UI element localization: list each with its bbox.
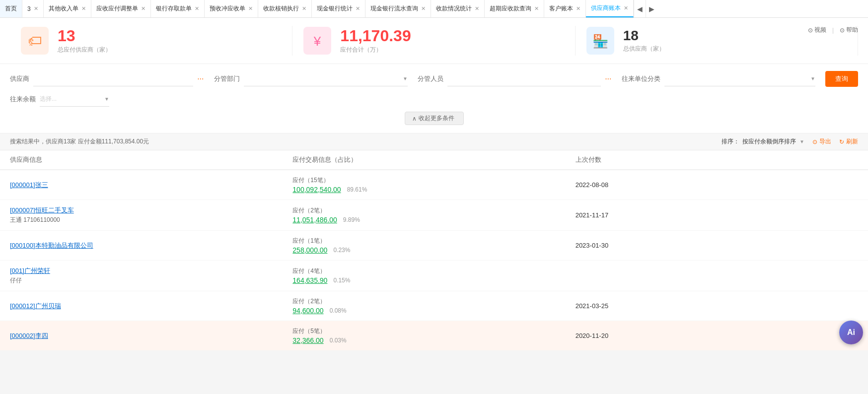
nav-tab-cash-bank-flow-label: 现金银行流水查询 — [370, 4, 418, 13]
chevron-up-icon: ∧ — [412, 115, 417, 122]
trans-amount-row: 94,600.000.08% — [292, 307, 575, 315]
nav-prev-arrow[interactable]: ◀ — [634, 0, 646, 18]
amount-icon: ¥ — [302, 26, 332, 56]
trans-amount[interactable]: 164,635.90 — [292, 276, 327, 284]
nav-tab-advance-check-label: 预收冲应收单 — [210, 4, 245, 13]
ai-badge[interactable]: Ai — [839, 321, 863, 344]
trans-amount[interactable]: 32,366.00 — [292, 336, 323, 344]
nav-tab-supplier-account-close[interactable]: ✕ — [624, 5, 628, 11]
results-right-actions: 排序： 按应付余额倒序排序 ▼ ⊙ 导出 ↻ 刷新 — [722, 137, 858, 146]
top-nav: 首页 3 ✕ 其他收入单 ✕ 应收应付调整单 ✕ 银行存取款单 ✕ 预收冲应收单… — [0, 0, 868, 18]
supplier-link[interactable]: [000100]本特勤油品有限公司 — [10, 242, 93, 249]
trans-amount[interactable]: 100,092,540.00 — [292, 186, 341, 194]
nav-tab-payable-adjust-close[interactable]: ✕ — [141, 5, 145, 12]
header-actions: ⊙ 视频 | ⊙ 帮助 — [808, 26, 858, 34]
stat-payable-label: 总应付供应商（家） — [58, 46, 111, 54]
nav-tab-supplier-account[interactable]: 供应商账本 ✕ — [586, 0, 634, 17]
supplier-info-cell: [000002]李四 — [10, 331, 292, 340]
supplier-link[interactable]: [000007]恒旺二手叉车 — [10, 206, 74, 214]
sort-value: 按应付余额倒序排序 — [742, 137, 796, 146]
last-pay-date: 2023-01-30 — [576, 242, 609, 249]
category-filter-label: 往来单位分类 — [622, 74, 660, 83]
trans-amount[interactable]: 11,051,486.00 — [292, 216, 337, 224]
nav-tab-other-income[interactable]: 其他收入单 ✕ — [44, 0, 91, 17]
last-pay-cell: 2022-08-08 — [576, 181, 858, 189]
help-link[interactable]: ⊙ 帮助 — [840, 26, 858, 34]
sort-select[interactable]: 排序： 按应付余额倒序排序 ▼ — [722, 137, 804, 146]
nav-tab-bank-deposit[interactable]: 银行存取款单 ✕ — [151, 0, 205, 17]
dept-select[interactable]: ▼ — [244, 71, 408, 86]
filter-person: 分管人员 ··· — [418, 71, 612, 86]
supplier-link[interactable]: [000001]张三 — [10, 181, 48, 189]
stats-header: 🏷 13 总应付供应商（家） ¥ 11,170.39 应付合计（万） 🏪 — [0, 18, 868, 64]
supplier-link[interactable]: [000012]广州贝瑞 — [10, 302, 61, 310]
nav-tab-cash-bank-flow[interactable]: 现金银行流水查询 ✕ — [365, 0, 431, 17]
table-row: [000001]张三应付（15笔）100,092,540.0089.61%202… — [0, 170, 868, 200]
nav-tab-bank-deposit-close[interactable]: ✕ — [195, 5, 199, 12]
nav-tab-other-income-label: 其他收入单 — [49, 4, 78, 13]
nav-tab-home[interactable]: 首页 — [0, 0, 22, 17]
nav-tab-cash-bank-stat-close[interactable]: ✕ — [356, 5, 360, 12]
dept-filter-label: 分管部门 — [214, 74, 240, 83]
supplier-input[interactable] — [33, 71, 193, 86]
nav-tab-cash-bank-stat[interactable]: 现金银行统计 ✕ — [312, 0, 365, 17]
last-pay-date: 2020-11-20 — [576, 332, 609, 339]
dept-chevron-icon: ▼ — [403, 76, 408, 81]
trans-amount-row: 32,366.000.03% — [292, 336, 575, 344]
nav-tab-cash-bank-flow-close[interactable]: ✕ — [421, 5, 426, 12]
trans-label: 应付（1笔） — [292, 237, 575, 245]
supplier-info-cell: [001]广州荣轩仔仔 — [10, 266, 292, 285]
query-button[interactable]: 查询 — [825, 71, 858, 87]
trans-label: 应付（5笔） — [292, 327, 575, 335]
nav-tab-collection-exec[interactable]: 收款核销执行 ✕ — [258, 0, 312, 17]
trans-percent: 9.89% — [343, 216, 360, 223]
category-select[interactable]: ▼ — [664, 71, 816, 86]
filter-row-2: 往来余额 选择... ▼ — [10, 92, 858, 107]
nav-tab-overdue-query-close[interactable]: ✕ — [534, 5, 539, 12]
trans-label: 应付（4笔） — [292, 267, 575, 275]
nav-tab-advance-check-close[interactable]: ✕ — [248, 5, 253, 12]
person-dots-icon[interactable]: ··· — [605, 74, 611, 83]
trans-percent: 0.03% — [330, 337, 347, 344]
filter-dept: 分管部门 ▼ — [214, 71, 408, 86]
supplier-dots-icon[interactable]: ··· — [197, 74, 204, 83]
refresh-button[interactable]: ↻ 刷新 — [839, 137, 858, 146]
nav-next-arrow[interactable]: ▶ — [646, 0, 657, 18]
person-input[interactable] — [447, 71, 601, 86]
balance-select[interactable]: 选择... ▼ — [40, 92, 109, 107]
supplier-link[interactable]: [001]广州荣轩 — [10, 267, 50, 274]
nav-tab-customer-account-close[interactable]: ✕ — [576, 5, 580, 12]
nav-tab-payable-adjust-label: 应收应付调整单 — [96, 4, 138, 13]
trans-amount[interactable]: 94,600.00 — [292, 307, 323, 315]
nav-tab-collection-stat-close[interactable]: ✕ — [475, 5, 479, 12]
col3-header: 上次付数 — [576, 155, 858, 164]
nav-tab-collection-stat[interactable]: 收款情况统计 ✕ — [431, 0, 485, 17]
supplier-sub-info: 王通 17106110000 — [10, 216, 292, 224]
trans-amount-row: 164,635.900.15% — [292, 276, 575, 284]
nav-tab-payable-adjust[interactable]: 应收应付调整单 ✕ — [91, 0, 151, 17]
nav-tab-customer-account[interactable]: 客户账本 ✕ — [544, 0, 586, 17]
nav-tab-other-income-close[interactable]: ✕ — [81, 5, 86, 12]
export-button[interactable]: ⊙ 导出 — [812, 137, 831, 146]
table-header: 供应商信息 应付交易信息（占比） 上次付数 — [0, 150, 868, 170]
help-icon: ⊙ — [840, 27, 845, 34]
trans-label: 应付（2笔） — [292, 297, 575, 306]
nav-tab-overdue-query[interactable]: 超期应收款查询 ✕ — [485, 0, 544, 17]
supplier-info-cell: [000001]张三 — [10, 181, 292, 190]
refresh-label: 刷新 — [846, 137, 858, 146]
nav-tab-3-close[interactable]: ✕ — [34, 5, 38, 12]
nav-tab-3[interactable]: 3 ✕ — [22, 0, 44, 17]
col1-header: 供应商信息 — [10, 155, 292, 164]
last-pay-date: 2021-03-25 — [576, 302, 609, 310]
trans-amount[interactable]: 258,000.00 — [292, 246, 327, 254]
video-link[interactable]: ⊙ 视频 — [808, 26, 826, 34]
nav-tab-collection-exec-close[interactable]: ✕ — [302, 5, 306, 12]
trans-percent: 89.61% — [347, 186, 367, 193]
nav-tab-advance-check[interactable]: 预收冲应收单 ✕ — [205, 0, 258, 17]
data-table: 供应商信息 应付交易信息（占比） 上次付数 [000001]张三应付（15笔）1… — [0, 150, 868, 351]
supplier-link[interactable]: [000002]李四 — [10, 332, 48, 339]
nav-tab-cash-bank-stat-label: 现金银行统计 — [317, 4, 353, 13]
nav-tab-supplier-account-label: 供应商账本 — [591, 4, 621, 12]
video-icon: ⊙ — [808, 27, 813, 34]
collapse-button[interactable]: ∧ 收起更多条件 — [405, 112, 464, 125]
